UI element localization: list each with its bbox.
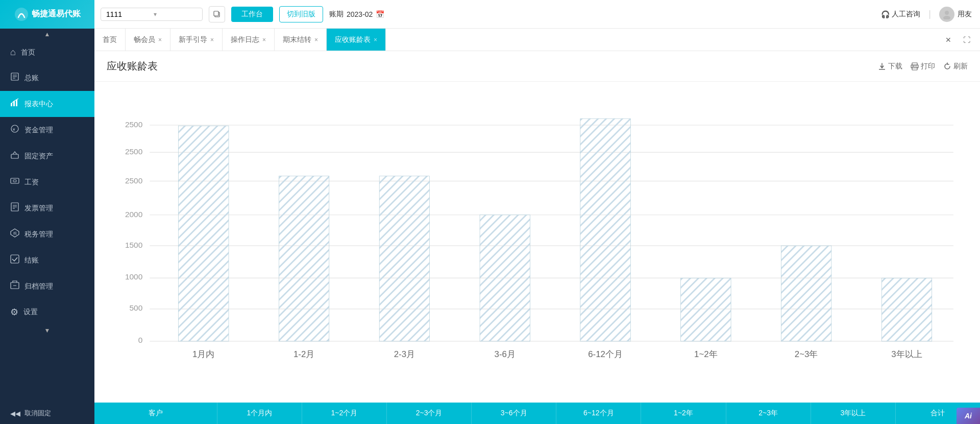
x-label-1month: 1月内 xyxy=(192,349,214,359)
y-label-1000: 1000 xyxy=(125,272,142,281)
th-1month: 1个月内 xyxy=(217,403,302,424)
sidebar-label-ledger: 总账 xyxy=(24,74,39,83)
chart-container: 2500 2500 2500 2000 1500 1000 500 0 xyxy=(94,82,980,403)
sidebar-label-settings: 设置 xyxy=(23,308,38,317)
th-customer: 客户 xyxy=(94,403,217,424)
print-label: 打印 xyxy=(921,62,935,71)
copy-button[interactable] xyxy=(209,6,225,22)
tab-maximize-button[interactable]: ⛶ xyxy=(960,33,974,47)
sidebar-item-invoice[interactable]: 发票管理 xyxy=(0,195,94,221)
ledger-svg-icon xyxy=(10,72,19,81)
tab-aging-close[interactable]: × xyxy=(374,36,377,43)
download-button[interactable]: 下载 xyxy=(878,62,902,71)
salary-icon xyxy=(10,176,19,188)
user-button[interactable]: 用友 xyxy=(939,7,972,22)
sidebar-item-settings[interactable]: ⚙ 设置 xyxy=(0,299,94,325)
checkout-svg-icon xyxy=(10,254,19,264)
ledger-icon xyxy=(10,72,19,84)
report-icon xyxy=(10,98,19,110)
svg-rect-15 xyxy=(11,178,19,183)
company-selector[interactable]: 1111 ▾ xyxy=(101,8,203,21)
tab-oplog-close[interactable]: × xyxy=(262,36,266,43)
company-dropdown-arrow: ▾ xyxy=(154,11,197,18)
tab-member-close[interactable]: × xyxy=(158,36,162,43)
tab-guide-close[interactable]: × xyxy=(210,36,214,43)
svg-rect-16 xyxy=(13,180,16,182)
th-2-3year: 2~3年 xyxy=(726,403,811,424)
y-label-500: 500 xyxy=(129,303,142,312)
cancel-fixed-button[interactable]: ◀◀ 取消固定 xyxy=(0,403,94,424)
page-actions: 下载 打印 xyxy=(878,62,968,71)
avatar xyxy=(939,7,954,22)
settings-icon: ⚙ xyxy=(10,307,18,318)
sidebar-item-home[interactable]: ⌂ 首页 xyxy=(0,40,94,65)
th-6-12month: 6~12个月 xyxy=(556,403,641,424)
sidebar-label-archive: 归档管理 xyxy=(24,282,53,291)
sidebar: ▲ ⌂ 首页 总账 xyxy=(0,29,94,424)
sidebar-label-report: 报表中心 xyxy=(24,100,53,109)
sidebar-label-asset: 固定资产 xyxy=(24,152,53,161)
print-button[interactable]: 打印 xyxy=(911,62,935,71)
logo-label: 畅捷通易代账 xyxy=(32,9,81,19)
sidebar-item-tax[interactable]: 税 税务管理 xyxy=(0,221,94,247)
capital-icon: ¥ xyxy=(10,124,19,136)
svg-rect-9 xyxy=(11,103,12,106)
bar-1month xyxy=(179,126,229,341)
tab-home-label: 首页 xyxy=(103,35,117,44)
sidebar-item-capital[interactable]: ¥ 资金管理 xyxy=(0,117,94,143)
sidebar-label-salary: 工资 xyxy=(24,178,39,187)
tab-oplog[interactable]: 操作日志 × xyxy=(223,29,275,51)
svg-point-3 xyxy=(945,11,949,15)
th-2-3month: 2~3个月 xyxy=(387,403,472,424)
tab-guide[interactable]: 新手引导 × xyxy=(170,29,223,51)
sidebar-scroll-down[interactable]: ▼ xyxy=(0,325,94,336)
bar-6-12month xyxy=(580,119,630,341)
table-header: 客户 1个月内 1~2个月 2~3个月 3~6个月 6~12个月 1~2年 2~… xyxy=(94,403,980,424)
svg-text:税: 税 xyxy=(13,231,17,235)
sidebar-label-checkout: 结账 xyxy=(24,256,39,265)
invoice-svg-icon xyxy=(10,202,19,211)
calendar-icon[interactable]: 📅 xyxy=(376,10,384,18)
service-button[interactable]: 🎧 人工咨询 xyxy=(881,10,920,19)
tab-guide-label: 新手引导 xyxy=(179,35,207,44)
switch-button[interactable]: 切到旧版 xyxy=(279,6,323,22)
sidebar-item-archive[interactable]: 归档管理 xyxy=(0,273,94,299)
top-header: 畅捷通易代账 1111 ▾ 工作台 切到旧版 账期 2023-02 📅 🎧 人工… xyxy=(0,0,980,29)
tab-home[interactable]: 首页 xyxy=(94,29,126,51)
workbench-button[interactable]: 工作台 xyxy=(231,7,273,22)
tab-oplog-label: 操作日志 xyxy=(231,35,259,44)
svg-rect-30 xyxy=(913,66,914,66)
refresh-label: 刷新 xyxy=(953,62,968,71)
tab-member[interactable]: 畅会员 × xyxy=(126,29,170,51)
sidebar-label-tax: 税务管理 xyxy=(24,230,53,239)
refresh-button[interactable]: 刷新 xyxy=(943,62,968,71)
report-svg-icon xyxy=(10,98,19,107)
copy-icon xyxy=(213,10,221,18)
tab-closing[interactable]: 期末结转 × xyxy=(275,29,327,51)
svg-rect-11 xyxy=(16,100,17,106)
sidebar-item-checkout[interactable]: 结账 xyxy=(0,247,94,273)
asset-icon xyxy=(10,150,19,162)
svg-rect-28 xyxy=(912,67,917,70)
period-label: 账期 xyxy=(329,10,344,19)
sidebar-scroll-up[interactable]: ▲ xyxy=(0,29,94,40)
period-value: 2023-02 xyxy=(347,10,373,18)
sidebar-item-report[interactable]: 报表中心 xyxy=(0,91,94,117)
asset-svg-icon xyxy=(10,150,19,159)
tab-close-all-button[interactable]: ✕ xyxy=(941,33,955,47)
svg-point-4 xyxy=(943,16,950,19)
sidebar-item-salary[interactable]: 工资 xyxy=(0,169,94,195)
tab-closing-close[interactable]: × xyxy=(314,36,318,43)
cancel-fixed-label: 取消固定 xyxy=(24,409,51,418)
user-name: 用友 xyxy=(958,10,972,19)
x-label-1-2year: 1~2年 xyxy=(694,349,718,359)
sidebar-item-asset[interactable]: 固定资产 xyxy=(0,143,94,169)
tab-aging[interactable]: 应收账龄表 × xyxy=(327,29,386,51)
tab-member-label: 畅会员 xyxy=(134,35,155,44)
sidebar-item-ledger[interactable]: 总账 xyxy=(0,65,94,91)
x-label-3plus-year: 3年以上 xyxy=(891,349,922,359)
avatar-icon xyxy=(942,9,952,19)
archive-svg-icon xyxy=(10,280,19,290)
sidebar-label-home: 首页 xyxy=(21,48,35,57)
download-icon xyxy=(878,62,886,70)
